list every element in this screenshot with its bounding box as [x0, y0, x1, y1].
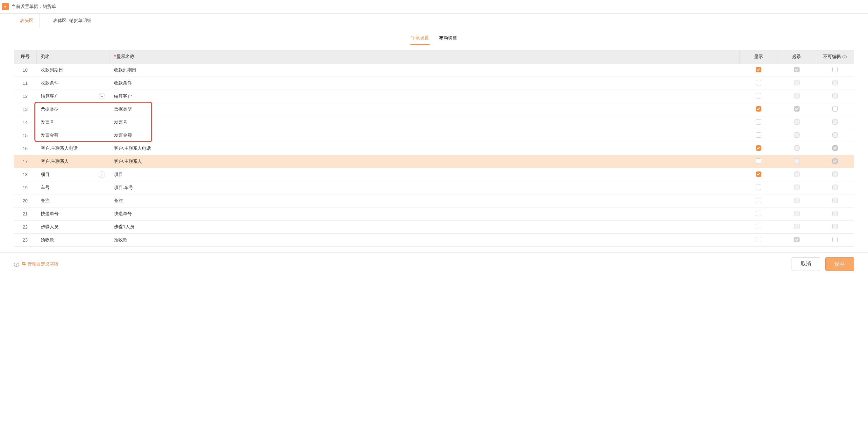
table-row: 19车号项目.车号 — [14, 181, 854, 194]
display-name-cell[interactable]: 备注 — [110, 194, 739, 207]
table-row: 23预收款预收款 — [14, 234, 854, 247]
field-settings-table: 序号 列名 *显示名称 显示 必录 不可编辑? 10收款到期日收款到期日11收款… — [14, 50, 854, 247]
show-checkbox-row-16[interactable] — [756, 145, 761, 151]
required-checkbox-row-10 — [794, 67, 800, 73]
row-index: 10 — [14, 64, 36, 77]
table-row: 20备注备注 — [14, 194, 854, 207]
required-checkbox-row-14 — [794, 119, 800, 125]
show-checkbox-row-14[interactable] — [756, 119, 761, 125]
show-checkbox-row-12[interactable] — [756, 93, 761, 98]
row-index: 23 — [14, 234, 36, 247]
required-checkbox-row-13 — [794, 106, 800, 112]
row-index: 18 — [14, 168, 36, 181]
display-name-cell[interactable]: 预收款 — [110, 234, 739, 247]
col-header-display: *显示名称 — [110, 50, 739, 64]
show-checkbox-row-23[interactable] — [756, 237, 761, 242]
display-name-cell[interactable]: 票据类型 — [110, 103, 739, 116]
table-row: 21快递单号快递单号 — [14, 207, 854, 221]
column-name-cell: 预收款 — [36, 234, 110, 247]
required-checkbox-row-11 — [794, 80, 800, 85]
display-name-cell[interactable]: 步骤1人员 — [110, 221, 739, 234]
table-row: 11收款条件收款条件 — [14, 77, 854, 90]
required-checkbox-row-15 — [794, 132, 800, 138]
row-index: 17 — [14, 155, 36, 168]
readonly-checkbox-row-22 — [832, 224, 838, 229]
row-index: 22 — [14, 221, 36, 234]
show-checkbox-row-13[interactable] — [756, 106, 761, 112]
column-name-cell: 客户.主联系人电话 — [36, 142, 110, 155]
readonly-checkbox-row-19 — [832, 184, 838, 190]
readonly-checkbox-row-12 — [832, 93, 838, 98]
show-checkbox-row-17[interactable] — [756, 159, 761, 164]
manage-custom-fields-link[interactable]: 管理自定义字段 — [22, 261, 59, 267]
row-index: 19 — [14, 181, 36, 194]
display-name-cell[interactable]: 项目.车号 — [110, 181, 739, 194]
table-row: 10收款到期日收款到期日 — [14, 64, 854, 77]
table-row: 16客户.主联系人电话客户.主联系人电话 — [14, 142, 854, 155]
col-header-readonly: 不可编辑? — [816, 50, 854, 64]
column-name-cell: 发票金额 — [36, 129, 110, 142]
readonly-checkbox-row-23[interactable] — [832, 237, 838, 242]
cancel-button[interactable]: 取消 — [792, 257, 820, 271]
required-checkbox-row-20 — [794, 198, 800, 203]
context-title: 当前设置单据：销货单 — [11, 4, 56, 9]
add-child-icon[interactable]: + — [99, 93, 105, 99]
primary-tab-1[interactable]: 表体区–销货单明细 — [47, 13, 97, 28]
table-row: 22步骤人员步骤1人员 — [14, 221, 854, 234]
column-name-cell: 结算客户+ — [36, 90, 110, 103]
table-row: 14发票号发票号 — [14, 116, 854, 129]
help-icon[interactable]: ? — [842, 55, 847, 59]
help-icon[interactable]: ? — [14, 262, 19, 267]
collapse-sidebar-icon[interactable] — [2, 3, 9, 10]
readonly-checkbox-row-10[interactable] — [832, 67, 838, 73]
required-checkbox-row-21 — [794, 211, 800, 216]
row-index: 20 — [14, 194, 36, 207]
save-button[interactable]: 保存 — [825, 257, 854, 271]
show-checkbox-row-11[interactable] — [756, 80, 761, 85]
display-name-cell[interactable]: 项目 — [110, 168, 739, 181]
col-header-show: 显示 — [739, 50, 778, 64]
display-name-cell[interactable]: 客户.主联系人电话 — [110, 142, 739, 155]
readonly-checkbox-row-14 — [832, 119, 838, 125]
column-name-cell: 发票号 — [36, 116, 110, 129]
gear-icon — [22, 261, 26, 267]
display-name-cell[interactable]: 收款到期日 — [110, 64, 739, 77]
show-checkbox-row-22[interactable] — [756, 224, 761, 229]
footer-bar: ? 管理自定义字段 取消 保存 — [0, 252, 868, 275]
sub-tabs: 字段设置布局调整 — [0, 29, 868, 45]
row-index: 16 — [14, 142, 36, 155]
readonly-checkbox-row-20 — [832, 198, 838, 203]
display-name-cell[interactable]: 快递单号 — [110, 207, 739, 221]
show-checkbox-row-18[interactable] — [756, 171, 761, 177]
primary-tabs: 表头区表体区–销货单明细 — [0, 13, 868, 29]
table-row: 17客户.主联系人客户.主联系人 — [14, 155, 854, 168]
column-name-cell: 快递单号 — [36, 207, 110, 221]
column-name-cell: 步骤人员 — [36, 221, 110, 234]
primary-tab-0[interactable]: 表头区 — [14, 13, 39, 28]
col-header-index: 序号 — [14, 50, 36, 64]
add-child-icon[interactable]: + — [99, 171, 105, 178]
display-name-cell[interactable]: 收款条件 — [110, 77, 739, 90]
table-row: 18项目+项目 — [14, 168, 854, 181]
row-index: 15 — [14, 129, 36, 142]
column-name-cell: 备注 — [36, 194, 110, 207]
sub-tab-0[interactable]: 字段设置 — [410, 32, 430, 45]
display-name-cell[interactable]: 结算客户 — [110, 90, 739, 103]
column-name-cell: 收款条件 — [36, 77, 110, 90]
display-name-cell[interactable]: 客户.主联系人 — [110, 155, 739, 168]
display-name-cell[interactable]: 发票号 — [110, 116, 739, 129]
show-checkbox-row-10[interactable] — [756, 67, 761, 73]
show-checkbox-row-21[interactable] — [756, 211, 761, 216]
readonly-checkbox-row-13[interactable] — [832, 106, 838, 112]
readonly-checkbox-row-16 — [832, 145, 838, 151]
show-checkbox-row-20[interactable] — [756, 198, 761, 203]
required-checkbox-row-18 — [794, 171, 800, 177]
sub-tab-1[interactable]: 布局调整 — [438, 32, 458, 45]
row-index: 14 — [14, 116, 36, 129]
column-name-cell: 项目+ — [36, 168, 110, 181]
show-checkbox-row-15[interactable] — [756, 132, 761, 138]
readonly-checkbox-row-18 — [832, 171, 838, 177]
col-header-name: 列名 — [36, 50, 110, 64]
show-checkbox-row-19[interactable] — [756, 184, 761, 190]
display-name-cell[interactable]: 发票金额 — [110, 129, 739, 142]
